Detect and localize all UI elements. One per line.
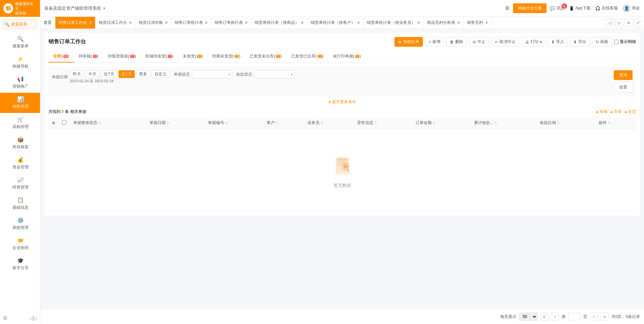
date-quick-昨天[interactable]: 昨天 [70,70,84,78]
batch-发货-btn[interactable]: ● 发货 [625,109,636,115]
expand-filter-btn[interactable]: ▾ 展开更多条件 [329,99,356,105]
page-first-btn[interactable]: « [540,313,548,321]
tab-cash-reconcile[interactable]: 钱货日清对账✕ [135,17,171,29]
status-select[interactable] [192,70,232,78]
sub-tab-unprinted[interactable]: 未打印单据(0) [328,51,366,63]
page-number-input[interactable]: 1 [568,313,581,320]
filter-settings-btn[interactable]: 设置 [614,82,633,92]
select-all-checkbox[interactable] [62,120,67,125]
sub-tab-pending-inspect[interactable]: 待拣货装箱(0) [103,51,141,63]
tab-cash-daily[interactable]: 钱货日清工作台✕ [95,17,135,29]
date-quick-更多[interactable]: 更多 [136,70,150,78]
sidebar-item-basics[interactable]: 📋基础信息 [0,194,40,214]
export-btn[interactable]: ⬇ 导出 [570,37,590,47]
batch-弃审-btn[interactable]: ● 弃审 [610,109,622,115]
date-quick-自定义[interactable]: 自定义 [152,70,170,78]
col-settings[interactable]: ⚙ [48,117,59,129]
tab-close-icon[interactable]: ✕ [89,21,92,25]
sidebar-item-marketing[interactable]: 📢营销推广 [0,73,40,93]
show-detail-checkbox[interactable]: 显示明细 [614,39,636,45]
sidebar-item-search[interactable]: 🔍搜索菜单 [0,32,40,52]
sort-icon[interactable]: ⇅ [98,121,101,125]
sub-tab-pending-review[interactable]: 待审核(0) [74,51,103,63]
page-next-btn[interactable]: › [590,313,598,321]
sort-icon[interactable]: ⇅ [495,121,497,125]
page-prev-btn[interactable]: ‹ [551,313,559,321]
tab-close-icon[interactable]: ✕ [357,21,360,25]
date-quick-近7天[interactable]: 近7天 [101,70,117,78]
tab-sales-staff[interactable]: 销货单统计表（按业务员）✕ [363,17,424,29]
industry-btn[interactable]: 体验行业方案 [513,3,547,13]
payment-select[interactable] [254,70,295,78]
print-btn[interactable]: 🖨 打印 ▾ [521,37,546,47]
tab-sales-profit[interactable]: 销售毛利✕ [464,17,491,29]
sidebar-item-enterprise[interactable]: 🤝企业协同 [0,234,40,254]
ai-generate-btn[interactable]: ★ 智能生单 [394,37,423,47]
sidebar-item-guide[interactable]: 🎓新手引导 [0,254,40,274]
add-btn[interactable]: + 新增 [425,37,444,47]
tab-sales-exec[interactable]: 销售订单执行表✕ [211,17,251,29]
sort-icon[interactable]: ⇅ [374,121,377,125]
sidebar-item-sales[interactable]: 📊销售管理 [0,93,40,113]
sub-tab-wangpu-deliver[interactable]: 旺铺待发货(0) [141,51,178,63]
topbar-settings-icon[interactable]: ⚙ [505,5,510,11]
tab-sales-product[interactable]: 销货单统计表（按商品）✕ [251,17,307,29]
page-size-select[interactable]: 102050100 [519,313,538,321]
tab-close-icon[interactable]: ✕ [245,21,248,25]
sort-icon[interactable]: ⇅ [608,121,610,125]
tab-home[interactable]: 首页 [40,17,55,29]
tab-sales-workbench[interactable]: 销售订单工作台✕ [55,17,95,29]
sidebar-item-operations[interactable]: 📈经营管理 [0,173,40,194]
sidebar-item-system[interactable]: ⚙️系统管理 [0,214,40,234]
module-dropdown-icon[interactable]: ▾ [103,6,105,11]
tab-close-icon[interactable]: ✕ [485,21,488,25]
page-last-btn[interactable]: » [601,313,609,321]
sort-icon[interactable]: ⇅ [225,121,228,125]
show-detail-input[interactable] [614,40,618,44]
search-menu-button[interactable]: 🔍 搜索菜单 [3,19,37,29]
tab-close-icon[interactable]: ✕ [301,21,304,25]
collapse-icon[interactable]: ◁▷ [29,315,37,321]
topbar-title: 装备及固定资产辅助管理系统 ▾ [44,5,502,11]
sort-icon[interactable]: ⇅ [557,121,560,125]
sub-tab-not-shipped[interactable]: 未发货(0) [178,51,208,63]
sidebar-item-purchase[interactable]: 🛒采购管理 [0,113,40,133]
sub-tab-overdue-ship[interactable]: 到期未发货(0) [208,51,245,63]
sort-icon[interactable]: ⇅ [433,121,435,125]
sidebar-item-quick-nav[interactable]: ⚡快捷导航 [0,52,40,73]
sub-tab-all[interactable]: 全部(0) [48,51,74,63]
tab-maximize-btn[interactable]: ⤢ [634,19,642,27]
query-btn[interactable]: 查询 [614,70,633,80]
tab-close-icon[interactable]: ✕ [165,21,168,25]
message-badge[interactable]: 💬 消息 6 [550,5,564,11]
tab-close-icon[interactable]: ✕ [205,21,208,25]
tab-next-btn[interactable]: ▷ [615,19,623,27]
tab-close-btn[interactable]: ✕ [625,19,633,27]
sort-icon[interactable]: ⇅ [320,121,323,125]
sort-icon[interactable]: ⇅ [167,121,169,125]
tab-close-icon[interactable]: ✕ [129,21,132,25]
sort-icon[interactable]: ⇅ [276,121,278,125]
settings-icon[interactable]: ⚙ [3,315,7,321]
batch-审核-btn[interactable]: ● 审核 [596,109,607,115]
cancel-stop-btn[interactable]: ↩ 取消中止 [491,37,519,47]
app-download[interactable]: 📱 App下载 [569,5,591,11]
sub-tab-shipped-out[interactable]: 已发货已出库(0) [287,51,328,63]
stop-btn[interactable]: ⊘ 中止 [469,37,489,47]
online-service[interactable]: 🎧 在线客服 [595,5,618,11]
tab-sales-customer[interactable]: 销货单统计表（按客户）✕ [307,17,363,29]
tab-gross-margin[interactable]: 商品毛利分析表✕ [424,17,464,29]
user-menu[interactable]: 👤 用友 [622,4,640,12]
delete-btn[interactable]: 🗑 删除 [446,37,467,47]
tab-prev-btn[interactable]: ◁ [606,19,614,27]
sub-tab-shipped-no-out[interactable]: 已发货未出库(0) [245,51,287,63]
date-quick-今天[interactable]: 今天 [85,70,99,78]
sidebar-item-inventory[interactable]: 📦库存核算 [0,133,40,153]
sidebar-item-finance[interactable]: 💰资金管理 [0,153,40,173]
refresh-btn[interactable]: ↻ 刷新 [592,37,612,47]
import-btn[interactable]: ⬆ 导入 [548,37,568,47]
tab-close-icon[interactable]: ✕ [417,21,420,25]
date-quick-近1月[interactable]: 近1月 [119,70,135,78]
tab-close-icon[interactable]: ✕ [457,21,460,25]
tab-sales-stats[interactable]: 销售订单统计表✕ [171,17,211,29]
